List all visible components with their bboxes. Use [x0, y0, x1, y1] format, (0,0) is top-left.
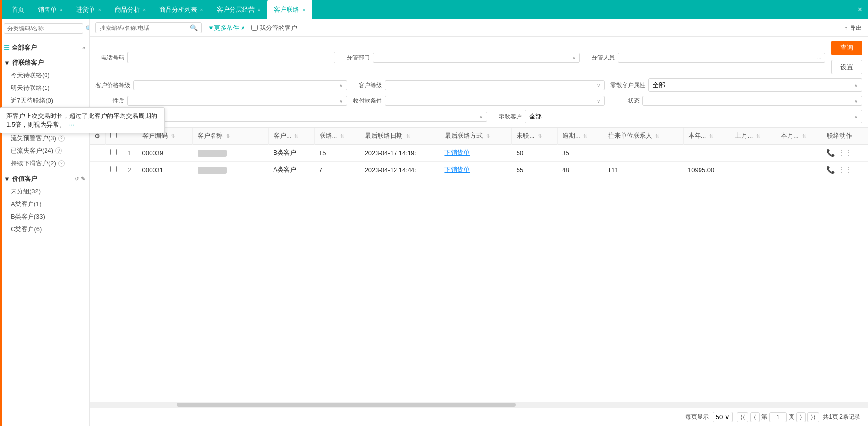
declining-customers[interactable]: 持续下滑客户(2) ? [0, 157, 89, 170]
filter-search-input[interactable] [100, 25, 188, 31]
col-last-date[interactable]: 最后联络日期 ⇅ [360, 128, 440, 145]
window-close-icon[interactable]: × [858, 5, 862, 14]
nav-item-analysis[interactable]: 商品分析 × [108, 0, 152, 19]
close-purchase-icon[interactable]: × [98, 7, 101, 13]
my-customer-checkbox[interactable] [251, 25, 258, 31]
sort-overdue-icon[interactable]: ⇅ [583, 133, 587, 139]
retail-attr-select[interactable]: 全部 ∨ [648, 78, 862, 92]
level-field: 客户等级 ∨ [353, 80, 605, 90]
close-contact-icon[interactable]: × [302, 7, 305, 13]
col-this-year[interactable]: 本年... ⇅ [683, 128, 730, 145]
sidebar-search-input[interactable] [4, 23, 83, 34]
prev-page-btn[interactable]: ⟨ [750, 412, 760, 422]
week-pending[interactable]: 近7天待联络(0) [0, 94, 89, 107]
dept-select[interactable]: ∨ [373, 53, 580, 63]
row2-contact: 7 [314, 162, 360, 178]
row2-select-checkbox[interactable] [110, 166, 117, 172]
col-unit-contact[interactable]: 往来单位联系人 ⇅ [603, 128, 683, 145]
export-btn[interactable]: ↑ 导出 [845, 24, 863, 32]
today-pending[interactable]: 今天待联络(0) [0, 69, 89, 82]
retail-customer-select[interactable]: 全部 ∨ [525, 110, 862, 123]
scroll-thumb[interactable] [177, 403, 516, 407]
all-customers-header[interactable]: ☰ 全部客户 « [0, 41, 89, 55]
nav-item-analysis-list[interactable]: 商品分析列表 × [152, 0, 210, 19]
sort-name-icon[interactable]: ⇅ [226, 133, 230, 139]
row1-last-method[interactable]: 下销货单 [440, 145, 511, 162]
row1-select-checkbox[interactable] [110, 149, 117, 155]
sort-category-icon[interactable]: ⇅ [294, 133, 298, 139]
tooltip-box: 距客户上次交易时长，超过了此客户的平均交易周期的1.5倍，则视为异常。 ··· [0, 107, 165, 133]
close-analysis-icon[interactable]: × [143, 7, 146, 13]
col-contact[interactable]: 联络... ⇅ [314, 128, 360, 145]
next-page-btn[interactable]: ⟩ [796, 412, 806, 422]
sort-contact-icon[interactable]: ⇅ [340, 133, 344, 139]
value-customers-edit-icon[interactable]: ✎ [81, 176, 85, 182]
page-number-input[interactable] [769, 412, 787, 422]
person-select[interactable]: ··· [618, 53, 825, 63]
close-sales-icon[interactable]: × [60, 7, 62, 13]
col-category[interactable]: 客户... ⇅ [268, 128, 314, 145]
pending-contact-group[interactable]: ▼ 待联络客户 [0, 57, 89, 69]
tooltip-dots[interactable]: ··· [69, 121, 74, 128]
c-class-customers[interactable]: C类客户(6) [0, 223, 89, 235]
col-unread[interactable]: 未联... ⇅ [512, 128, 558, 145]
nav-item-sales[interactable]: 销售单 × [31, 0, 69, 19]
status-select[interactable]: ∨ [642, 96, 862, 106]
sort-unread-icon[interactable]: ⇅ [538, 133, 542, 139]
sort-date-icon[interactable]: ⇅ [406, 133, 410, 139]
query-button[interactable]: 查询 [831, 41, 862, 55]
ungrouped-customers[interactable]: 未分组(32) [0, 185, 89, 198]
nav-item-home[interactable]: 首页 [5, 0, 31, 19]
churned-info-icon[interactable]: ? [55, 147, 62, 154]
declining-info-icon[interactable]: ? [58, 160, 65, 167]
row1-more-icon[interactable]: ⋮⋮ [838, 149, 852, 157]
churn-warning[interactable]: 流失预警客户(3) ? [0, 132, 89, 145]
col-last-method[interactable]: 最后联络方式 ⇅ [440, 128, 511, 145]
sidebar-search-icon[interactable]: 🔍 [85, 25, 90, 32]
col-overdue[interactable]: 逾期... ⇅ [557, 128, 603, 145]
sort-method-icon[interactable]: ⇅ [486, 133, 490, 139]
sort-year-icon[interactable]: ⇅ [709, 133, 713, 139]
value-customers-group[interactable]: ▼ 价值客户 ↺ ✎ [0, 173, 89, 185]
first-page-btn[interactable]: ⟨⟨ [737, 412, 748, 422]
customer-type-select[interactable]: ∨ [149, 112, 487, 122]
payment-select[interactable]: ∨ [385, 96, 605, 106]
level-select[interactable]: ∨ [385, 80, 605, 90]
row2-last-method[interactable]: 下销货单 [440, 162, 511, 178]
col-last-month[interactable]: 上月... ⇅ [730, 128, 776, 145]
export-icon: ↑ [845, 24, 848, 31]
price-level-select[interactable]: ∨ [133, 80, 347, 90]
row1-phone-icon[interactable]: 📞 [826, 149, 835, 157]
collapse-btn[interactable]: « [82, 45, 85, 51]
my-customer-checkbox-label[interactable]: 我分管的客户 [251, 24, 297, 32]
sort-this-month-icon[interactable]: ⇅ [802, 133, 806, 139]
filter-search-icon[interactable]: 🔍 [190, 24, 198, 31]
phone-input[interactable] [127, 52, 335, 63]
gender-select[interactable]: ∨ [127, 96, 347, 106]
col-name[interactable]: 客户名称 ⇅ [193, 128, 269, 145]
sort-code-icon[interactable]: ⇅ [171, 133, 175, 139]
settings-button[interactable]: 设置 [831, 60, 862, 74]
table-header-row: ⚙ 客户编码 ⇅ 客户名称 ⇅ [90, 128, 868, 145]
nav-item-purchase[interactable]: 进货单 × [69, 0, 107, 19]
close-analysis-list-icon[interactable]: × [200, 7, 203, 13]
nav-item-customer-tier[interactable]: 客户分层经营 × [210, 0, 267, 19]
churned-customers[interactable]: 已流失客户(24) ? [0, 145, 89, 157]
value-customers-refresh-icon[interactable]: ↺ [75, 176, 79, 182]
per-page-select[interactable]: 50 ∨ [713, 412, 733, 422]
filter-more-btn[interactable]: ▼ 更多条件 ∧ [208, 24, 245, 32]
sort-last-month-icon[interactable]: ⇅ [756, 133, 760, 139]
last-page-btn[interactable]: ⟩⟩ [807, 412, 819, 422]
tomorrow-pending[interactable]: 明天待联络(1) [0, 82, 89, 94]
horizontal-scrollbar[interactable] [90, 402, 868, 408]
churn-warning-info-icon[interactable]: ? [58, 135, 65, 142]
row2-phone-icon[interactable]: 📞 [826, 166, 835, 174]
a-class-customers[interactable]: A类客户(1) [0, 198, 89, 210]
row2-more-icon[interactable]: ⋮⋮ [838, 166, 852, 174]
close-tier-icon[interactable]: × [258, 7, 260, 13]
b-class-customers[interactable]: B类客户(33) [0, 210, 89, 223]
nav-item-customer-contact[interactable]: 客户联络 × [267, 0, 312, 19]
col-this-month[interactable]: 本月... ⇅ [776, 128, 822, 145]
row2-unit-contact: 111 [603, 162, 683, 178]
sort-unit-icon[interactable]: ⇅ [655, 133, 659, 139]
